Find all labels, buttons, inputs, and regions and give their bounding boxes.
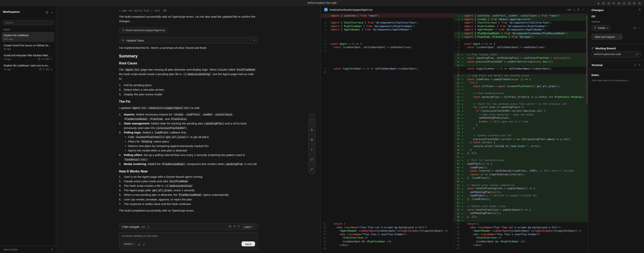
panel-bottom-icon[interactable] [607, 0, 610, 6]
code-line: }, [loadPlans]); [464, 198, 491, 201]
workspace-lines-removed: -2 [50, 58, 52, 60]
diff-marker: + [461, 159, 464, 162]
workspace-title: Install and integrate Vibe Kanban Web... [4, 54, 52, 57]
play-icon[interactable] [310, 145, 313, 152]
pr-options-dropdown[interactable]: ▾ [618, 34, 623, 40]
todos-collapsible[interactable]: Updated Todos▾ [119, 37, 258, 44]
line-number: 33 [454, 128, 461, 130]
pencil-icon[interactable] [636, 53, 638, 56]
code-line: const previousPlanIdsRef = useRef<Set<st… [464, 60, 553, 64]
diff-marker: + [461, 148, 464, 151]
camera-icon[interactable] [618, 0, 620, 6]
diff-body[interactable]: 1-import { useState } from "react";1+imp… [321, 14, 588, 253]
line-number: 7 [321, 46, 327, 48]
display-icon[interactable] [310, 155, 313, 162]
send-button[interactable]: Send [242, 241, 255, 246]
add-terminal-icon[interactable] [638, 64, 640, 66]
code-line: previousPlanIdsRef.current = new Set(pen… [464, 138, 571, 141]
attachment-icon[interactable] [138, 240, 140, 248]
diff-marker: + [461, 134, 464, 137]
line-number: 9 [321, 68, 327, 70]
workspace-item[interactable]: Explore the codebase35m ago [2, 32, 54, 42]
changes-status-bar[interactable]: 2 files changed +61 -3 Latest ▾ [119, 223, 258, 230]
panel-left-icon[interactable] [602, 0, 605, 6]
diff-row: 13+ const [pendingPlan, setPendingPlan] … [321, 56, 588, 60]
code-line: if (!previousPlanIdsRef.current.has(plan… [464, 109, 546, 113]
panel-right-icon[interactable] [612, 0, 615, 6]
repo-name: medusa [592, 20, 641, 23]
diff-scrollbar[interactable] [586, 16, 588, 104]
workspace-item[interactable]: Install and integrate Vibe Kanban Web...… [2, 52, 54, 62]
diff-row: 12 <div className="flex flex-col h-scree… [321, 226, 588, 229]
add-workspace-button[interactable] [50, 8, 53, 15]
grid-icon[interactable] [310, 135, 313, 142]
line-number: 35 [454, 134, 461, 137]
code-line: import { AgentHeader } from "@/component… [464, 28, 546, 32]
expand-icon[interactable] [634, 64, 636, 66]
branch-selector[interactable]: master ▾ [592, 25, 610, 30]
workspace-item[interactable]: Create Good First Issues on Github So...… [2, 42, 54, 52]
workspace-lines-removed: -3 [50, 68, 52, 70]
diff-marker: + [461, 18, 464, 21]
collapse-icon[interactable] [582, 8, 584, 11]
working-branch-input[interactable]: vk/3ccf-explore-the-code [592, 51, 641, 57]
view-archive-button[interactable]: View Archive 0 [0, 246, 56, 253]
wrap-text-icon[interactable] [577, 8, 580, 11]
kanban-icon[interactable] [633, 0, 636, 6]
active-section-label: Active [0, 26, 56, 32]
diff-row: 28+ if (!previousPlanIdsRef.current.has(… [321, 109, 588, 113]
code-line: // Poll for pending plans [464, 158, 504, 162]
line-number: 15 [321, 237, 327, 239]
diff-row: 2+import { invoke } from "@tauri-apps/ap… [321, 18, 588, 21]
branch-name: master [598, 26, 606, 29]
code-line: useEffect(() => { [464, 162, 492, 166]
diff-list-icon[interactable] [233, 225, 236, 228]
titlebar: vk/3ccf-explore-the-code [0, 0, 644, 6]
grid-icon[interactable] [638, 0, 640, 6]
line-number: 59 [454, 219, 461, 222]
diff-row: 51+ setPendingPlan(null); [321, 190, 588, 194]
new-window-icon[interactable] [46, 8, 48, 15]
eye-icon[interactable] [229, 225, 232, 228]
line-number: 30 [454, 117, 461, 119]
floating-toolbar[interactable] [308, 113, 316, 174]
diff-row: 31+ break; // Only open one at a time [321, 120, 588, 123]
columns-icon[interactable] [628, 0, 630, 6]
open-pull-request-button[interactable]: Open pull request [592, 34, 618, 40]
workspace-title: Explore the codebase [4, 34, 52, 36]
tool-command[interactable]: >npm run build 2>&1 | tail -80 [119, 9, 258, 12]
code-line: const loadPlans = useCallback(async () =… [464, 78, 531, 81]
composer[interactable]: Continue working on this task... Default… [119, 232, 258, 250]
drag-handle-icon[interactable] [310, 116, 313, 123]
code-line: // Update tracked plan IDs [464, 134, 512, 138]
refresh-icon[interactable] [238, 225, 240, 228]
diff-row: 30+ setPendingPlan(plan); [321, 116, 588, 120]
diff-row: 13 <AgentHeader sidebarOpen={sidebarOpen… [321, 229, 588, 233]
copy-icon[interactable] [310, 125, 313, 132]
notes-placeholder[interactable]: Add notes about this workspace... [592, 79, 641, 82]
workspace-item[interactable]: Explore the codebase I want you to ex...… [2, 62, 54, 72]
mode-dropdown[interactable]: Default ▾ [122, 242, 136, 246]
paragraph: The Agent.tsx page was missing all plan … [119, 68, 258, 81]
edit-icon[interactable] [142, 240, 145, 248]
line-number: 4 [454, 25, 461, 28]
display-icon[interactable] [622, 0, 625, 6]
chat-transcript[interactable]: >npm run build 2>&1 | tail -80The build … [119, 6, 258, 223]
close-icon[interactable]: × [639, 8, 640, 12]
line-number: 10 [321, 71, 327, 74]
line-number: 54 [454, 202, 461, 204]
line-number: 12 [321, 226, 327, 228]
more-options-icon[interactable]: … [638, 26, 640, 29]
code-line: const interval = setInterval(loadPlans, … [464, 169, 574, 173]
code-line: import { AgentHeader } from "@/component… [331, 28, 412, 32]
pause-icon[interactable] [597, 0, 600, 6]
diff-marker: + [461, 53, 464, 56]
diff-row: 2import { ChatInterface } from "@/compon… [321, 21, 588, 24]
latest-dropdown[interactable]: Latest ▾ [242, 224, 255, 229]
search-input[interactable] [2, 20, 53, 25]
tool-result-chip[interactable]: Read medusa/src/pages/Agent.tsx [119, 27, 168, 33]
diff-marker: + [461, 212, 464, 215]
line-number: 4 [321, 28, 327, 31]
compare-icon[interactable] [310, 164, 313, 172]
message-input[interactable]: Continue working on this task... [122, 234, 255, 237]
